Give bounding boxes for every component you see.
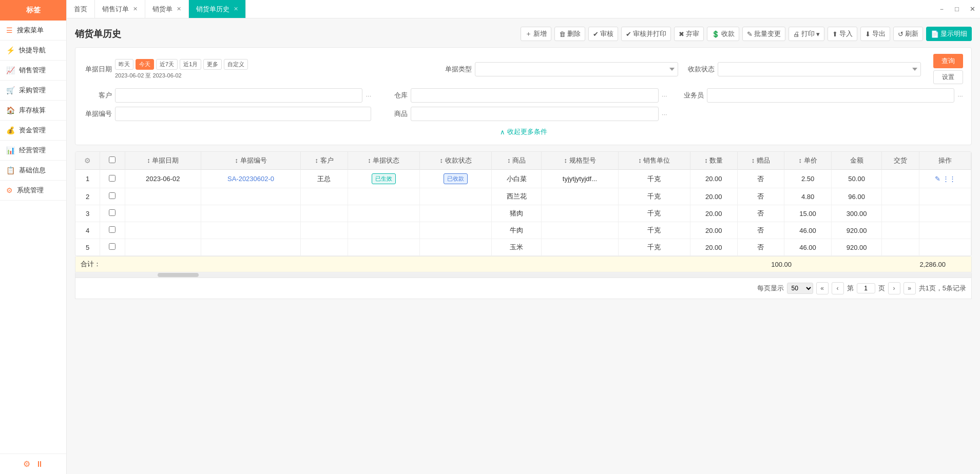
sidebar-item-ops-mgmt[interactable]: 📊 经营管理 (0, 141, 66, 161)
tab-sales-goods[interactable]: 销货单 ✕ (145, 0, 189, 18)
sidebar-item-finance-mgmt[interactable]: 💰 资金管理 (0, 121, 66, 141)
row-amount: 50.00 (831, 170, 881, 188)
row-customer (301, 222, 348, 239)
tab-sales-order[interactable]: 销售订单 ✕ (95, 0, 145, 18)
filter-salesperson-dots[interactable]: ··· (957, 92, 963, 100)
filter-doc-type-select[interactable] (475, 62, 678, 76)
sidebar-item-sales-mgmt[interactable]: 📈 销售管理 (0, 61, 66, 81)
row-spec (542, 239, 619, 256)
col-customer[interactable]: ↕ 客户 (301, 152, 348, 170)
date-btn-yesterday[interactable]: 昨天 (115, 59, 133, 70)
filter-salesperson-input[interactable] (707, 88, 954, 103)
col-doc-status[interactable]: ↕ 单据状态 (348, 152, 419, 170)
tab-close-sales-history[interactable]: ✕ (234, 6, 238, 12)
date-btn-7days[interactable]: 近7天 (156, 59, 178, 70)
edit-ops-btn[interactable]: ✎ (935, 175, 940, 183)
close-button[interactable]: ✕ (965, 0, 980, 18)
row-checkbox[interactable] (100, 205, 125, 222)
query-button[interactable]: 查询 (933, 54, 963, 68)
filter-doc-num-input[interactable] (115, 107, 371, 121)
col-doc-num[interactable]: ↕ 单据编号 (201, 152, 300, 170)
filter-salesperson-item: 业务员 ··· (676, 88, 963, 103)
filter-warehouse-input[interactable] (411, 88, 658, 103)
row-checkbox[interactable] (100, 239, 125, 256)
date-btn-more[interactable]: 更多 (203, 59, 222, 70)
col-gear[interactable]: ⚙ (75, 152, 100, 170)
maximize-button[interactable]: □ (949, 0, 965, 18)
row-qty: 20.00 (690, 222, 737, 239)
minimize-button[interactable]: － (934, 0, 949, 18)
date-btn-today[interactable]: 今天 (136, 59, 154, 70)
filter-customer-input[interactable] (115, 88, 362, 103)
batch-change-button[interactable]: ✎ 批量变更 (742, 27, 785, 41)
filter-collect-status-select[interactable] (718, 62, 921, 76)
col-unit[interactable]: ↕ 销售单位 (618, 152, 690, 170)
page-size-select[interactable]: 50 20 100 200 (787, 283, 813, 294)
first-page-button[interactable]: « (816, 282, 829, 294)
delete-button[interactable]: 🗑 删除 (554, 27, 585, 41)
horizontal-scrollbar[interactable] (75, 273, 972, 278)
import-button[interactable]: ⬆ 导入 (828, 27, 857, 41)
total-info: 共1页，5条记录 (919, 284, 966, 293)
tab-close-sales-order[interactable]: ✕ (133, 6, 138, 12)
main-content: 首页 销售订单 ✕ 销货单 ✕ 销货单历史 ✕ － □ ✕ 销货单历史 ＋ (67, 0, 980, 474)
tab-sales-history[interactable]: 销货单历史 ✕ (189, 0, 246, 18)
prev-page-button[interactable]: ‹ (832, 282, 844, 294)
pause-icon[interactable]: ⏸ (35, 460, 44, 469)
setting-button[interactable]: 设置 (933, 70, 963, 84)
collapse-button[interactable]: ∧ 收起更多条件 (84, 125, 963, 139)
refresh-button[interactable]: ↺ 刷新 (893, 27, 923, 41)
collect-button[interactable]: 💲 收款 (707, 27, 739, 41)
sidebar-item-search-menu[interactable]: ☰ 搜索菜单 (0, 21, 66, 41)
sidebar: 标签 ☰ 搜索菜单 ⚡ 快捷导航 📈 销售管理 🛒 采购管理 🏠 库存核算 💰 … (0, 0, 67, 474)
col-qty[interactable]: ↕ 数量 (690, 152, 737, 170)
col-unit-price[interactable]: ↕ 单价 (784, 152, 832, 170)
filter-goods-input[interactable] (411, 107, 658, 121)
row-checkbox[interactable] (100, 170, 125, 188)
sidebar-item-inventory[interactable]: 🏠 库存核算 (0, 101, 66, 121)
add-button[interactable]: ＋ 新增 (521, 27, 551, 41)
row-checkbox[interactable] (100, 188, 125, 205)
col-doc-date[interactable]: ↕ 单据日期 (125, 152, 201, 170)
row-unit-price: 46.00 (784, 222, 832, 239)
row-spec: tyjytjytyjdf... (542, 170, 619, 188)
tab-home[interactable]: 首页 (67, 0, 95, 18)
audit-print-button[interactable]: ✔ 审核并打印 (621, 27, 671, 41)
table-row: 2 西兰花 千克 20.00 否 4.80 96.00 (75, 188, 971, 205)
abandon-button[interactable]: ✖ 弃审 (674, 27, 704, 41)
filter-goods-dots[interactable]: ··· (662, 110, 667, 118)
print-button[interactable]: 🖨 打印 ▾ (789, 27, 824, 41)
page-number-input[interactable] (857, 283, 875, 293)
audit-button[interactable]: ✔ 审核 (588, 27, 618, 41)
filter-warehouse-dots[interactable]: ··· (662, 92, 667, 100)
row-num: 4 (75, 222, 100, 239)
sidebar-item-quick-nav[interactable]: ⚡ 快捷导航 (0, 41, 66, 61)
export-button[interactable]: ⬇ 导出 (860, 27, 890, 41)
col-goods[interactable]: ↕ 商品 (492, 152, 542, 170)
date-btn-custom[interactable]: 自定义 (224, 59, 248, 70)
data-table-container: ⚙ ↕ 单据日期 ↕ 单据编号 ↕ 客户 ↕ 单据状态 (75, 151, 972, 256)
date-shortcuts: 昨天 今天 近7天 近1月 更多 自定义 (115, 59, 435, 70)
tab-close-sales-goods[interactable]: ✕ (177, 6, 181, 12)
next-page-button[interactable]: › (888, 282, 900, 294)
settings-icon[interactable]: ⚙ (23, 459, 30, 469)
sidebar-item-base-info[interactable]: 📋 基础信息 (0, 161, 66, 181)
row-gift: 否 (737, 222, 784, 239)
scrollbar-thumb[interactable] (158, 273, 199, 277)
doc-num-link[interactable]: SA-20230602-0 (227, 175, 274, 183)
filter-customer-dots[interactable]: ··· (366, 92, 371, 100)
sidebar-item-sys-mgmt[interactable]: ⚙ 系统管理 (0, 181, 66, 201)
more-ops-btn[interactable]: ⋮⋮ (943, 175, 956, 183)
last-page-button[interactable]: » (904, 282, 916, 294)
col-spec[interactable]: ↕ 规格型号 (542, 152, 619, 170)
show-detail-button[interactable]: 📄 显示明细 (926, 27, 972, 41)
row-doc-status (348, 205, 419, 222)
sidebar-item-purchase-mgmt[interactable]: 🛒 采购管理 (0, 81, 66, 101)
date-btn-1month[interactable]: 近1月 (180, 59, 201, 70)
col-gift[interactable]: ↕ 赠品 (737, 152, 784, 170)
sales-mgmt-icon: 📈 (6, 66, 15, 74)
select-all-checkbox[interactable] (109, 156, 116, 163)
col-collect-status[interactable]: ↕ 收款状态 (419, 152, 491, 170)
quick-nav-icon: ⚡ (6, 46, 15, 54)
row-checkbox[interactable] (100, 222, 125, 239)
